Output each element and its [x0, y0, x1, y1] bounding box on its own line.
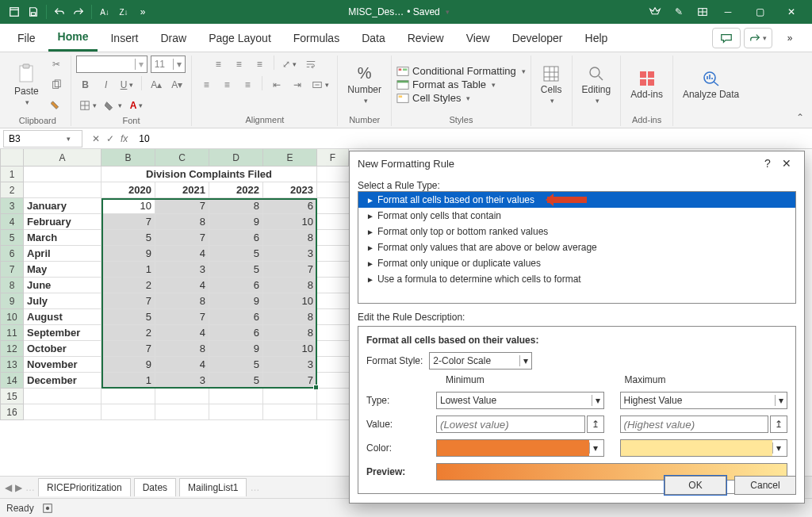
data-cell[interactable]: 6	[209, 278, 263, 293]
row-header[interactable]: 14	[0, 373, 24, 389]
data-cell[interactable]: 10	[263, 341, 317, 357]
redo-icon[interactable]	[69, 2, 88, 21]
month-cell[interactable]: May	[24, 262, 102, 278]
data-cell[interactable]: 8	[263, 325, 317, 341]
tab-help[interactable]: Help	[576, 25, 618, 51]
data-cell[interactable]: 1	[102, 262, 155, 278]
align-top-button[interactable]: ≡	[209, 56, 228, 73]
tab-formulas[interactable]: Formulas	[284, 25, 349, 51]
align-left-button[interactable]: ≡	[197, 76, 216, 94]
min-type-combo[interactable]: Lowest Value▾	[436, 392, 604, 409]
cancel-button[interactable]: Cancel	[734, 476, 796, 495]
tab-view[interactable]: View	[457, 25, 500, 51]
data-cell[interactable]: 5	[209, 262, 263, 278]
ok-button[interactable]: OK	[665, 476, 726, 495]
share-button[interactable]: ▾	[744, 28, 772, 48]
min-color-picker[interactable]: ▾	[436, 439, 604, 457]
row-header[interactable]: 6	[0, 246, 24, 262]
cell[interactable]	[102, 389, 155, 404]
cell[interactable]	[263, 389, 317, 404]
year-cell[interactable]: 2020	[102, 182, 155, 198]
align-middle-button[interactable]: ≡	[229, 56, 248, 73]
data-cell[interactable]: 7	[263, 373, 317, 389]
scroll-tabs-left-icon[interactable]: ◀	[5, 482, 12, 493]
sheetview-icon[interactable]	[693, 2, 712, 21]
data-cell[interactable]: 8	[155, 293, 209, 309]
row-header[interactable]: 7	[0, 262, 24, 278]
sheet-tab[interactable]: Dates	[134, 478, 176, 496]
data-cell[interactable]: 4	[155, 357, 209, 373]
sheet-tab[interactable]: RICEPrioritization	[38, 478, 131, 496]
copy-button[interactable]	[47, 76, 66, 94]
data-cell[interactable]: 6	[209, 325, 263, 341]
data-cell[interactable]: 3	[155, 373, 209, 389]
data-cell[interactable]: 5	[102, 309, 155, 325]
max-color-picker[interactable]: ▾	[620, 439, 788, 457]
title-dropdown-icon[interactable]: ▾	[446, 8, 450, 16]
align-bottom-button[interactable]: ≡	[250, 56, 269, 73]
data-cell[interactable]: 4	[155, 278, 209, 293]
cell[interactable]	[24, 167, 102, 182]
data-cell[interactable]: 7	[263, 262, 317, 278]
min-value-input[interactable]	[436, 416, 585, 433]
data-cell[interactable]: 5	[102, 230, 155, 246]
data-cell[interactable]: 7	[102, 293, 155, 309]
data-cell[interactable]: 8	[263, 278, 317, 293]
font-size-combo[interactable]: 11▾	[151, 56, 186, 73]
min-value-picker-icon[interactable]: ↥	[587, 416, 604, 433]
data-cell[interactable]: 10	[263, 293, 317, 309]
year-cell[interactable]: 2022	[209, 182, 263, 198]
sheet-tab[interactable]: MailingList1	[179, 478, 247, 496]
minimize-button[interactable]: ─	[712, 0, 744, 24]
row-header[interactable]: 2	[0, 182, 24, 198]
rule-type-item[interactable]: ►Use a formula to determine which cells …	[358, 271, 795, 287]
rule-type-item[interactable]: ►Format only unique or duplicate values	[358, 255, 795, 271]
data-cell[interactable]: 3	[263, 246, 317, 262]
number-format-button[interactable]: % Number▾	[343, 63, 386, 106]
italic-button[interactable]: I	[97, 76, 116, 94]
font-color-button[interactable]: A▾	[127, 97, 147, 114]
year-cell[interactable]: 2023	[263, 182, 317, 198]
font-name-combo[interactable]: ▾	[76, 56, 147, 73]
fill-color-button[interactable]: ▾	[102, 97, 125, 114]
cell[interactable]	[24, 182, 102, 198]
data-cell[interactable]: 9	[102, 246, 155, 262]
month-cell[interactable]: November	[24, 357, 102, 373]
max-type-combo[interactable]: Highest Value▾	[620, 392, 788, 409]
orientation-button[interactable]: ⤢▾	[279, 56, 300, 73]
data-cell[interactable]: 6	[263, 198, 317, 214]
name-box-input[interactable]	[9, 133, 64, 144]
cell[interactable]	[155, 389, 209, 404]
dialog-help-button[interactable]: ?	[758, 157, 777, 170]
data-cell[interactable]: 10	[102, 198, 155, 214]
row-header[interactable]: 16	[0, 404, 24, 420]
cell[interactable]	[263, 404, 317, 420]
month-cell[interactable]: August	[24, 309, 102, 325]
editing-button[interactable]: Editing▾	[577, 63, 616, 106]
month-cell[interactable]: January	[24, 198, 102, 214]
premium-icon[interactable]	[645, 2, 665, 21]
cell-styles-button[interactable]: Cell Styles▾	[396, 92, 470, 104]
rule-type-item[interactable]: ►Format only cells that contain	[358, 208, 795, 224]
sort-desc-icon[interactable]: Z↓	[114, 2, 133, 21]
month-cell[interactable]: October	[24, 341, 102, 357]
wrap-text-button[interactable]	[301, 56, 320, 73]
dialog-close-button[interactable]: ✕	[777, 157, 796, 170]
rule-type-item[interactable]: ►Format only values that are above or be…	[358, 239, 795, 255]
analyze-data-button[interactable]: Analyze Data	[678, 68, 744, 101]
data-cell[interactable]: 2	[102, 278, 155, 293]
data-cell[interactable]: 9	[209, 293, 263, 309]
col-header-b[interactable]: B	[102, 149, 155, 167]
data-cell[interactable]: 7	[155, 230, 209, 246]
cancel-entry-icon[interactable]: ✕	[92, 133, 100, 144]
data-cell[interactable]: 6	[209, 230, 263, 246]
decrease-indent-button[interactable]: ⇤	[267, 76, 286, 94]
increase-indent-button[interactable]: ⇥	[288, 76, 307, 94]
conditional-formatting-button[interactable]: Conditional Formatting▾	[396, 65, 526, 77]
month-cell[interactable]: December	[24, 373, 102, 389]
data-cell[interactable]: 6	[209, 309, 263, 325]
sort-asc-icon[interactable]: A↓	[95, 2, 114, 21]
ribbon-collapse-icon[interactable]: ⌃	[793, 109, 807, 126]
col-header-f[interactable]: F	[317, 149, 349, 167]
tab-insert[interactable]: Insert	[101, 25, 147, 51]
